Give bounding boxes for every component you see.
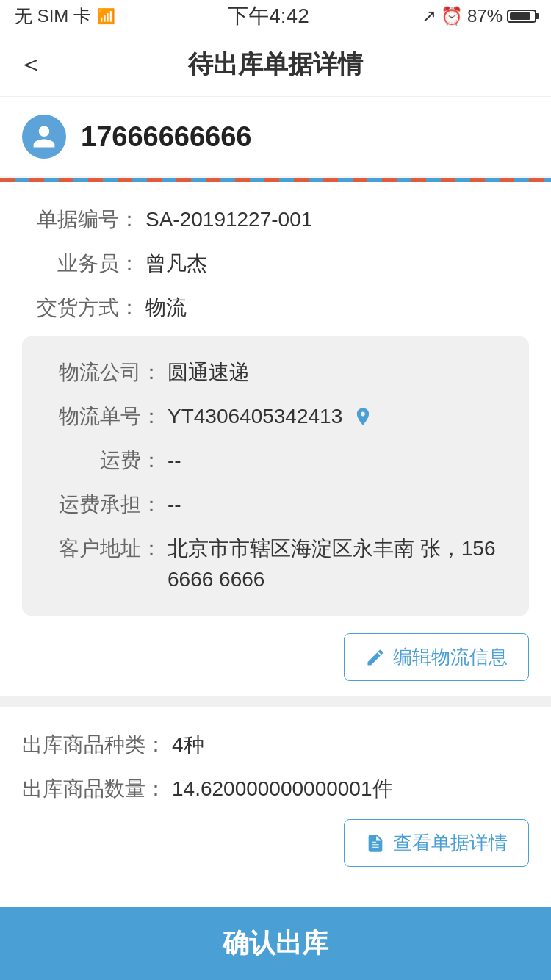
status-right: ↗ ⏰ 87% [422, 6, 536, 26]
time-label: 下午4:42 [228, 2, 309, 30]
person-icon [31, 123, 57, 150]
battery-icon [507, 10, 536, 23]
freight-bearer-label: 运费承担： [44, 489, 162, 520]
logistics-card: 物流公司： 圆通速递 物流单号： YT4306405342413 运费： -- [22, 336, 529, 616]
basic-info-section: 单据编号： SA-20191227-001 业务员： 曾凡杰 交货方式： 物流 … [0, 182, 551, 696]
logistics-tracking-value: YT4306405342413 [168, 401, 507, 432]
freight-bearer-row: 运费承担： -- [44, 489, 507, 520]
edit-logistics-wrapper: 编辑物流信息 [22, 633, 529, 681]
logistics-company-value: 圆通速递 [168, 357, 507, 388]
logistics-company-row: 物流公司： 圆通速递 [44, 357, 507, 388]
confirm-label: 确认出库 [223, 926, 328, 962]
page-title: 待出库单据详情 [188, 48, 363, 82]
avatar [22, 115, 66, 159]
address-value: 北京市市辖区海淀区永丰南 张，156 6666 6666 [168, 533, 507, 595]
status-bar: 无 SIM 卡 📶 下午4:42 ↗ ⏰ 87% [0, 0, 551, 32]
wifi-icon: 📶 [97, 7, 115, 25]
goods-quantity-value: 14.620000000000001件 [172, 774, 529, 804]
battery-percent: 87% [467, 6, 503, 26]
view-detail-label: 查看单据详情 [393, 830, 508, 856]
goods-type-row: 出库商品种类： 4种 [22, 729, 529, 760]
edit-logistics-button[interactable]: 编辑物流信息 [344, 633, 529, 681]
customer-phone: 17666666666 [81, 121, 251, 153]
logistics-tracking-row: 物流单号： YT4306405342413 [44, 401, 507, 432]
location-arrow-icon: ↗ [422, 6, 436, 26]
view-detail-button[interactable]: 查看单据详情 [344, 819, 529, 867]
freight-value: -- [168, 445, 507, 476]
clock-icon: ⏰ [441, 6, 463, 26]
status-left: 无 SIM 卡 📶 [15, 4, 115, 28]
order-number-label: 单据编号： [22, 204, 140, 235]
logistics-company-label: 物流公司： [44, 357, 162, 388]
back-button[interactable]: ＜ [18, 46, 44, 82]
address-label: 客户地址： [44, 533, 162, 564]
goods-quantity-row: 出库商品数量： 14.620000000000001件 [22, 774, 529, 804]
freight-label: 运费： [44, 445, 162, 476]
order-number-value: SA-20191227-001 [145, 204, 529, 235]
edit-logistics-label: 编辑物流信息 [393, 644, 508, 670]
sales-person-label: 业务员： [22, 248, 140, 279]
goods-section: 出库商品种类： 4种 出库商品数量： 14.620000000000001件 查… [0, 707, 551, 882]
delivery-method-value: 物流 [145, 292, 529, 323]
carrier-label: 无 SIM 卡 [15, 4, 91, 28]
delivery-method-row: 交货方式： 物流 [22, 292, 529, 323]
delivery-method-label: 交货方式： [22, 292, 140, 323]
location-pin-icon [351, 405, 375, 428]
section-padding [22, 681, 529, 696]
edit-icon [365, 647, 386, 668]
section-divider-1 [0, 696, 551, 707]
sales-person-row: 业务员： 曾凡杰 [22, 248, 529, 279]
view-detail-wrapper: 查看单据详情 [22, 819, 529, 867]
battery-fill [510, 12, 530, 20]
freight-bearer-value: -- [168, 489, 507, 520]
order-number-row: 单据编号： SA-20191227-001 [22, 204, 529, 235]
goods-type-label: 出库商品种类： [22, 729, 166, 760]
address-row: 客户地址： 北京市市辖区海淀区永丰南 张，156 6666 6666 [44, 533, 507, 595]
customer-header: 17666666666 [0, 97, 551, 176]
goods-type-value: 4种 [172, 729, 529, 760]
nav-bar: ＜ 待出库单据详情 [0, 32, 551, 97]
goods-quantity-label: 出库商品数量： [22, 774, 166, 804]
tracking-number: YT4306405342413 [168, 401, 342, 432]
freight-row: 运费： -- [44, 445, 507, 476]
document-icon [365, 833, 386, 854]
logistics-tracking-label: 物流单号： [44, 401, 162, 432]
sales-person-value: 曾凡杰 [145, 248, 529, 279]
confirm-button[interactable]: 确认出库 [0, 907, 551, 980]
